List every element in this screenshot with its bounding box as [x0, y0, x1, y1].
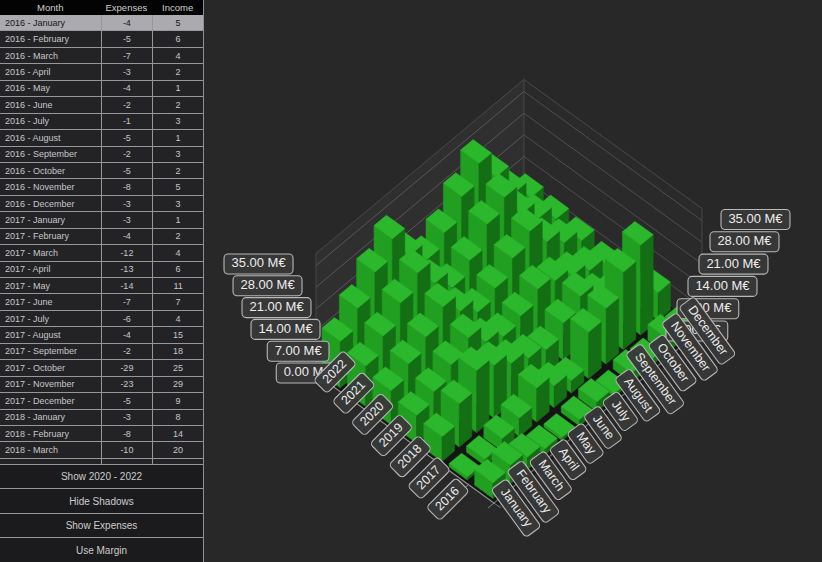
- cell-expenses: -8: [101, 426, 153, 441]
- table-row[interactable]: 2016 - April-32: [0, 64, 203, 80]
- table-row[interactable]: 2017 - December-59: [0, 393, 203, 409]
- show-years-button[interactable]: Show 2020 - 2022: [0, 465, 203, 490]
- svg-text:7.00 M€: 7.00 M€: [275, 343, 323, 358]
- table-row[interactable]: 2017 - April-136: [0, 262, 203, 278]
- income-3d-bar-chart: 0.00 M€7.00 M€14.00 M€21.00 M€28.00 M€35…: [204, 0, 822, 562]
- cell-income: 4: [152, 245, 203, 260]
- cell-month: 2017 - February: [0, 229, 101, 244]
- cell-month: 2018 - January: [0, 410, 101, 425]
- svg-text:21.00 M€: 21.00 M€: [249, 299, 304, 314]
- cell-month: 2018 - February: [0, 426, 101, 441]
- cell-income: 4: [152, 311, 203, 326]
- cell-month: 2018 - March: [0, 442, 101, 457]
- table-row[interactable]: 2017 - July-64: [0, 311, 203, 327]
- cell-income: 3: [152, 196, 203, 211]
- show-expenses-button[interactable]: Show Expenses: [0, 514, 203, 539]
- cell-month: 2016 - October: [0, 163, 101, 178]
- table-row[interactable]: 2018 - March-1020: [0, 442, 203, 458]
- column-header-month: Month: [0, 2, 101, 13]
- value-axis-label-right: 28.00 M€: [710, 232, 779, 252]
- table-row[interactable]: 2016 - June-22: [0, 97, 203, 113]
- table-row[interactable]: 2016 - October-52: [0, 163, 203, 179]
- cell-income: 8: [152, 410, 203, 425]
- table-row[interactable]: 2018 - February-814: [0, 426, 203, 442]
- column-header-income: Income: [152, 2, 203, 13]
- table-body: 2016 - January-452016 - February-562016 …: [0, 15, 203, 459]
- cell-expenses: -5: [101, 393, 153, 408]
- table-row[interactable]: 2016 - November-85: [0, 179, 203, 195]
- table-row[interactable]: 2017 - May-1411: [0, 278, 203, 294]
- value-axis-label-left: 7.00 M€: [267, 341, 329, 361]
- cell-income: 2: [152, 229, 203, 244]
- cell-expenses: -13: [101, 262, 153, 277]
- cell-month: 2017 - March: [0, 245, 101, 260]
- cell-expenses: -3: [101, 64, 153, 79]
- table-row[interactable]: 2016 - March-74: [0, 48, 203, 64]
- svg-text:35.00 M€: 35.00 M€: [728, 211, 783, 226]
- cell-income: 1: [152, 212, 203, 227]
- table-header-row: Month Expenses Income: [0, 0, 203, 15]
- cell-expenses: -1: [101, 114, 153, 129]
- cell-income: 3: [152, 147, 203, 162]
- cell-expenses: -5: [101, 130, 153, 145]
- cell-month: 2016 - May: [0, 81, 101, 96]
- cell-income: 2: [152, 64, 203, 79]
- svg-text:28.00 M€: 28.00 M€: [240, 277, 295, 292]
- table-row[interactable]: 2016 - February-56: [0, 31, 203, 47]
- cell-expenses: -14: [101, 278, 153, 293]
- use-margin-button[interactable]: Use Margin: [0, 538, 203, 562]
- table-row[interactable]: 2016 - May-41: [0, 81, 203, 97]
- table-row[interactable]: 2017 - September-218: [0, 344, 203, 360]
- chart-panel: 0.00 M€7.00 M€14.00 M€21.00 M€28.00 M€35…: [204, 0, 822, 562]
- cell-income: 2: [152, 97, 203, 112]
- table-row[interactable]: 2016 - August-51: [0, 130, 203, 146]
- table-row[interactable]: 2017 - February-42: [0, 229, 203, 245]
- cell-income: 1: [152, 130, 203, 145]
- cell-month: 2017 - December: [0, 393, 101, 408]
- table-row[interactable]: 2016 - December-33: [0, 196, 203, 212]
- cell-expenses: -6: [101, 311, 153, 326]
- table-row[interactable]: 2018 - January-38: [0, 410, 203, 426]
- cell-income: 5: [152, 15, 203, 30]
- table-row[interactable]: 2016 - September-23: [0, 147, 203, 163]
- table-row[interactable]: 2017 - November-2329: [0, 377, 203, 393]
- value-axis-label-right: 35.00 M€: [721, 210, 790, 230]
- cell-month: 2016 - November: [0, 179, 101, 194]
- table-row[interactable]: 2017 - March-124: [0, 245, 203, 261]
- table-row[interactable]: 2016 - July-13: [0, 114, 203, 130]
- table-row[interactable]: 2016 - January-45: [0, 15, 203, 31]
- cell-income: 3: [152, 114, 203, 129]
- cell-expenses: -7: [101, 48, 153, 63]
- cell-income: 14: [152, 426, 203, 441]
- table-row[interactable]: 2017 - June-77: [0, 294, 203, 310]
- table-row[interactable]: 2017 - January-31: [0, 212, 203, 228]
- cell-expenses: -12: [101, 245, 153, 260]
- cell-income: 4: [152, 48, 203, 63]
- cell-month: 2017 - April: [0, 262, 101, 277]
- cell-income: 29: [152, 377, 203, 392]
- cell-month: 2017 - November: [0, 377, 101, 392]
- cell-income: 2: [152, 163, 203, 178]
- hide-shadows-button[interactable]: Hide Shadows: [0, 489, 203, 514]
- value-axis-label-left: 28.00 M€: [233, 276, 302, 296]
- value-axis-label-left: 21.00 M€: [242, 298, 311, 318]
- table-row[interactable]: 2017 - August-415: [0, 327, 203, 343]
- cell-expenses: -2: [101, 344, 153, 359]
- cell-income: 9: [152, 393, 203, 408]
- cell-expenses: -7: [101, 294, 153, 309]
- cell-month: 2017 - January: [0, 212, 101, 227]
- cell-expenses: -4: [101, 229, 153, 244]
- column-header-expenses: Expenses: [101, 2, 153, 13]
- cell-expenses: -2: [101, 97, 153, 112]
- cell-month: 2017 - August: [0, 327, 101, 342]
- cell-expenses: -4: [101, 81, 153, 96]
- table-row[interactable]: 2017 - October-2925: [0, 360, 203, 376]
- app-window: Month Expenses Income 2016 - January-452…: [0, 0, 822, 562]
- cell-month: 2016 - December: [0, 196, 101, 211]
- cell-income: 7: [152, 294, 203, 309]
- cell-expenses: -5: [101, 31, 153, 46]
- cell-income: 20: [152, 442, 203, 457]
- value-axis-label-left: 35.00 M€: [224, 254, 293, 274]
- cell-month: 2016 - April: [0, 64, 101, 79]
- cell-income: 6: [152, 31, 203, 46]
